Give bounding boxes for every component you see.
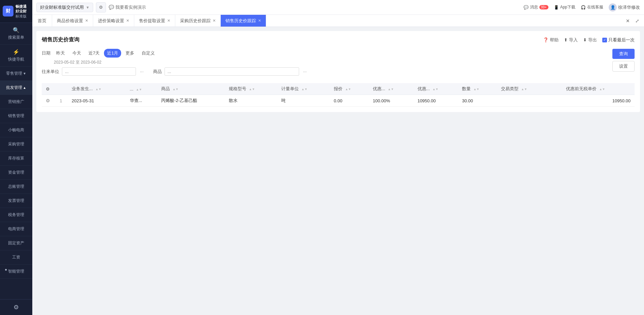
th-gear[interactable]: ⚙ [42,83,54,95]
row-gear-cell[interactable]: ⚙ [42,95,54,107]
close-icon[interactable]: ✕ [126,19,129,23]
sidebar-item-xiao-chang[interactable]: 小畅电商 [0,123,32,137]
tab-purchase-history[interactable]: 采购历史价跟踪 ✕ [175,15,221,27]
sort-icon: ▲▼ [95,88,101,91]
source-unit-input[interactable] [62,67,136,76]
query-button[interactable]: 查询 [612,49,635,59]
quick-nav-icon: ⚡ [13,49,20,55]
settings-button[interactable]: 设置 [612,61,635,72]
date-buttons: 昨天 今天 近7天 近1月 更多 自定义 [53,49,158,58]
sidebar-item-salary[interactable]: 工资 [0,250,32,265]
sidebar-settings[interactable]: ⚙ [0,299,32,315]
row-gear-icon[interactable]: ⚙ [46,98,50,103]
message-icon: 💬 [524,5,529,10]
sidebar-item-tax[interactable]: 税务管理 [0,208,32,222]
module-selector[interactable]: 好业财标准版交付试用 ▼ [36,3,93,12]
help-label: 帮助 [550,37,559,43]
close-icon[interactable]: ✕ [258,19,261,23]
tab-home[interactable]: 首页 [32,15,52,27]
user-avatar: 👤 [609,3,617,11]
th-pretax-price[interactable]: 优惠前无税单价 ▲▼ [562,83,635,95]
export-link[interactable]: ⬇ 导出 [583,37,597,43]
sidebar-item-marketing[interactable]: 营销推广 [0,95,32,109]
row-biz-date: 2023-05-31 [68,95,126,107]
sidebar-item-fixed-assets[interactable]: 固定资产 [0,236,32,250]
th-discount-price[interactable]: 优惠... ▲▼ [414,83,458,95]
demo-link-icon: 💬 [109,5,114,10]
sidebar-item-quick-nav[interactable]: ⚡ 快捷导航 [0,45,32,67]
user-info[interactable]: 👤 徐泽华修改 [609,3,640,11]
online-service-button[interactable]: 🎧 在线客服 [581,4,603,10]
date-btn-today[interactable]: 今天 [69,49,84,58]
sidebar-item-wholesale[interactable]: 批发管理 ▲ [0,81,32,95]
maximize-tab-button[interactable]: ⤢ [633,17,641,25]
date-btn-7days[interactable]: 近7天 [85,49,103,58]
th-col3[interactable]: ... ▲▼ [126,83,157,95]
date-btn-yesterday[interactable]: 昨天 [53,49,68,58]
close-icon[interactable]: ✕ [85,19,88,23]
sort-icon: ▲▼ [473,88,479,91]
th-price[interactable]: 报价 ▲▼ [330,83,369,95]
sidebar-item-sales-mgmt[interactable]: 销售管理 [0,109,32,123]
source-unit-label: 往来单位 [42,69,59,75]
tab-price-extract[interactable]: 售价提取设置 ✕ [134,15,175,27]
tab-sales-history[interactable]: 销售历史价跟踪 ✕ [221,15,266,27]
th-discount-rate[interactable]: 优惠... ▲▼ [369,83,414,95]
sidebar-gear-icon[interactable]: ⚙ [13,304,19,311]
date-btn-custom[interactable]: 自定义 [139,49,158,58]
sidebar-item-inventory[interactable]: 库存核算 [0,151,32,166]
goods-more-icon[interactable]: ··· [302,69,308,74]
row-goods: 丙烯酸-2-乙基己酯 [157,95,225,107]
search-nav-icon: 🔍 [13,27,20,33]
sidebar-item-smart-mgmt[interactable]: ● 智能管理 [0,265,32,279]
date-btn-1month[interactable]: 近1月 [104,49,121,58]
message-button[interactable]: 💬 消息 99+ [524,4,548,10]
th-trade-type[interactable]: 交易类型 ▲▼ [497,83,549,95]
row-qty: 30.00 [458,95,497,107]
sidebar: 财 畅捷通好业财 标准版 🔍 搜索菜单 ⚡ 快捷导航 零售管理 ▼ 批发管理 ▲… [0,0,32,315]
row-col3: 华查... [126,95,157,107]
date-btn-more[interactable]: 更多 [122,49,137,58]
help-icon: ❓ [543,37,548,42]
sort-icon: ▲▼ [432,88,438,91]
source-unit-more-icon[interactable]: ··· [139,69,145,74]
th-spec[interactable]: 规格型号 ▲▼ [225,83,277,95]
only-last-checkbox[interactable]: ✓ 只看最后一次 [602,37,635,43]
close-icon[interactable]: ✕ [167,19,170,23]
sidebar-item-finance[interactable]: 资金管理 [0,166,32,180]
app-download-button[interactable]: 📱 App下载 [554,4,575,10]
app-download-label: App下载 [560,4,575,10]
sidebar-item-purchase[interactable]: 采购管理 [0,137,32,151]
tab-label: 进价策略设置 [98,18,124,24]
table-gear-icon[interactable]: ⚙ [46,86,50,92]
sidebar-item-accounts[interactable]: 总账管理 [0,180,32,194]
th-qty[interactable]: 数量 ▲▼ [458,83,497,95]
sidebar-item-label: 搜索菜单 [8,35,24,40]
sidebar-item-search[interactable]: 🔍 搜索菜单 [0,23,32,45]
sidebar-item-retail[interactable]: 零售管理 ▼ [0,67,32,81]
sidebar-item-invoice[interactable]: 发票管理 [0,194,32,208]
tab-price-setting[interactable]: 商品价格设置 ✕ [52,15,93,27]
th-unit[interactable]: 计量单位 ▲▼ [277,83,330,95]
goods-input[interactable] [165,67,299,76]
app-name: 畅捷通好业财 标准版 [15,4,30,19]
th-goods[interactable]: 商品 ▲▼ [157,83,225,95]
close-icon[interactable]: ✕ [213,19,216,23]
demo-link[interactable]: 💬 我要看实例演示 [109,4,146,10]
table-header-row: ⚙ 业务发生... ▲▼ ... ▲▼ [42,83,635,95]
page-actions: ❓ 帮助 ⬆ 导入 ⬇ 导出 ✓ 只看最后一次 [543,37,635,43]
close-tab-button[interactable]: ✕ [624,17,632,25]
chevron-down-icon: ▼ [86,5,90,9]
sort-icon: ▲▼ [136,88,142,91]
th-biz-date[interactable]: 业务发生... ▲▼ [68,83,126,95]
tab-purchase-strategy[interactable]: 进价策略设置 ✕ [93,15,134,27]
import-icon: ⬆ [564,37,568,42]
import-link[interactable]: ⬆ 导入 [564,37,578,43]
module-settings-button[interactable]: ⚙ [96,2,106,12]
sidebar-item-ecommerce[interactable]: 电商管理 [0,222,32,236]
message-label: 消息 [530,4,538,10]
sidebar-item-label: 工资 [12,254,20,260]
headset-icon: 🎧 [581,5,586,10]
logo-icon: 财 [3,6,13,16]
help-link[interactable]: ❓ 帮助 [543,37,559,43]
